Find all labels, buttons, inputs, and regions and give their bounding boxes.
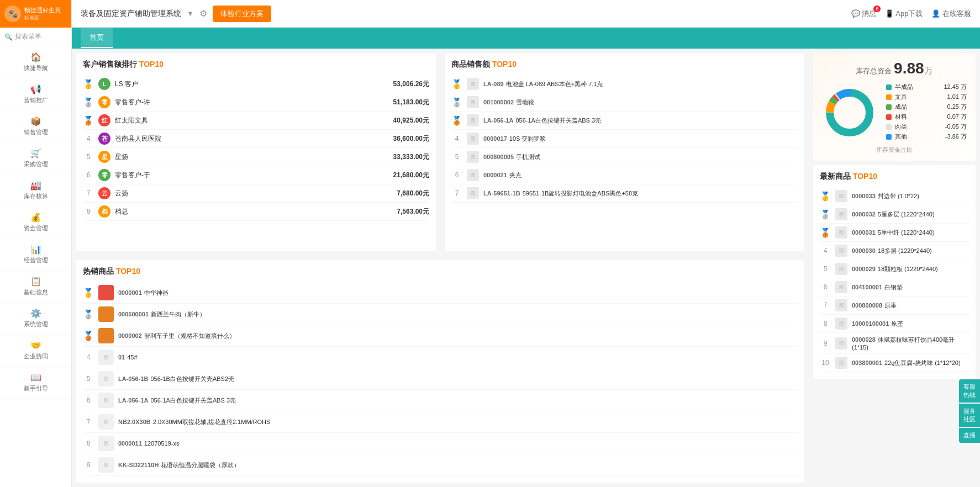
try-button[interactable]: 体验行业方案	[213, 6, 271, 22]
product-name: LA-59651-1B59651-1B旋转投影灯电池盒ABS黑色+58克	[483, 189, 798, 198]
sidebar: 🐾 畅捷通好生意 标准版 🔍 搜索菜单 🏠 快捷导航 📢 营销推广 📦 销售管理…	[0, 0, 72, 487]
legend-label: 其他	[895, 133, 942, 141]
inventory-panel: 库存总资金 9.88万	[813, 53, 976, 161]
sidebar-item-base[interactable]: 📋 基础信息	[0, 271, 71, 303]
hot-product-info: LA-056-1B056-1B白色按键开关壳ABS2壳	[118, 375, 798, 383]
customer-rank-row: 4 苍 苍南县人民医院 36,600.00元	[83, 130, 429, 148]
customer-rank-panel: 客户销售额排行 TOP10 🥇 L LS 客户 53,006.26元 🥈 零 零…	[76, 53, 436, 251]
inventory-legend: 半成品 12.45 万 文具 1.01 万 成品 0.25 万 材料 0.07 …	[886, 83, 967, 142]
rank-number: 7	[83, 189, 94, 197]
customer-rank-highlight: TOP10	[139, 60, 164, 68]
legend-item: 肉类 -0.05 万	[886, 123, 967, 131]
rank-number: 5	[820, 265, 831, 273]
rank-number: 6	[820, 283, 831, 291]
float-service-btn[interactable]: 客服热线	[959, 379, 980, 403]
legend-color	[886, 114, 892, 120]
product-thumb: 图	[835, 357, 847, 369]
product-thumb: 图	[835, 226, 847, 239]
product-rank-row: 5 图 000800005手机测试	[451, 148, 798, 166]
dropdown-icon[interactable]: ▼	[187, 9, 194, 18]
medal-icon: 🥈	[83, 97, 94, 108]
customer-amount: 33,333.00元	[393, 152, 429, 162]
customer-rank-title: 客户销售额排行 TOP10	[83, 60, 429, 70]
sidebar-item-operations[interactable]: 📊 经营管理	[0, 239, 71, 271]
customer-name: 零售客户-于	[115, 171, 389, 180]
newest-products-panel: 最新商品 TOP10 🥇 图 0000033封边带 (1.0*22) 🥈 图 0…	[813, 165, 976, 379]
sidebar-item-label: 经营管理	[24, 256, 48, 264]
float-community-btn[interactable]: 服务社区	[959, 404, 980, 427]
customer-amount: 36,600.00元	[393, 134, 429, 144]
sidebar-logo: 🐾 畅捷通好生意 标准版	[0, 0, 71, 28]
rank-number: 7	[451, 189, 462, 197]
product-thumb: 图	[835, 317, 847, 330]
hot-product-row: 6 图 LA-056-1A056-1A白色按键开关盖ABS 3壳	[83, 390, 798, 411]
logo-sub: 标准版	[24, 14, 61, 22]
newest-product-info: 0000033封边带 (1.0*22)	[852, 192, 969, 200]
product-rank-title: 商品销售额 TOP10	[451, 60, 798, 70]
sidebar-item-label: 资金管理	[24, 224, 48, 232]
rank-number: 8	[83, 440, 94, 447]
rank-number: 5	[83, 153, 94, 161]
system-icon: ⚙️	[30, 308, 41, 319]
sidebar-item-sales[interactable]: 📦 销售管理	[0, 110, 71, 142]
product-thumb: 图	[467, 169, 479, 181]
legend-color	[886, 134, 892, 140]
sidebar-item-collab[interactable]: 🤝 企业协同	[0, 335, 71, 367]
rank-number: 7	[820, 301, 831, 309]
donut-svg	[822, 85, 877, 140]
product-name: 001000002雪地靴	[483, 98, 798, 107]
marketing-icon: 📢	[30, 84, 41, 94]
customer-badge: 零	[98, 96, 110, 108]
customer-amount: 51,183.00元	[393, 98, 429, 107]
hot-products-panel: 热销商品 TOP10 🥇 0000001中华神器 🥈 000500001新西兰牛…	[76, 260, 804, 483]
sidebar-item-finance[interactable]: 💰 资金管理	[0, 207, 71, 239]
customer-name: LS 客户	[115, 80, 389, 89]
sidebar-item-guide[interactable]: 📖 新手引导	[0, 367, 71, 399]
customer-badge: L	[98, 78, 110, 90]
newest-product-row: 10 图 00380000122g鱼豆腐-烧烤味 (1*12*20)	[820, 354, 969, 372]
online-service-button[interactable]: 👤 在线客服	[931, 9, 971, 19]
hot-product-info: 0145#	[118, 354, 798, 361]
sidebar-search[interactable]: 🔍 搜索菜单	[0, 28, 71, 46]
tab-home[interactable]: 首页	[81, 28, 113, 48]
sidebar-item-quick[interactable]: 🏠 快捷导航	[0, 46, 71, 78]
legend-color	[886, 124, 892, 130]
newest-products-table: 🥇 图 0000033封边带 (1.0*22) 🥈 图 00000325厘多层 …	[820, 187, 969, 372]
rank-number: 6	[83, 396, 94, 404]
rank-number: 9	[83, 461, 94, 469]
inventory-icon: 🏭	[30, 180, 41, 190]
legend-item: 材料 0.07 万	[886, 113, 967, 121]
hot-product-info: 0000002智利车子里（规格不知道填什么）	[118, 332, 798, 340]
notification-button[interactable]: 💬 消息 6	[851, 9, 877, 19]
newest-product-row: 8 图 10000100001原垄	[820, 315, 969, 333]
legend-label: 半成品	[895, 83, 940, 91]
sidebar-item-label: 快捷导航	[24, 64, 48, 72]
sidebar-item-marketing[interactable]: 📢 营销推广	[0, 78, 71, 110]
newest-product-info: 004100001白钢垫	[852, 283, 969, 292]
hot-product-info: LA-056-1A056-1A白色按键开关盖ABS 3壳	[118, 396, 798, 405]
hot-product-info: 000500001新西兰牛肉（新牛）	[118, 310, 798, 319]
legend-value: -3.86 万	[945, 133, 967, 141]
app-download-button[interactable]: 📱 App下载	[885, 9, 923, 19]
product-image: 图	[98, 371, 114, 387]
gear-icon[interactable]: ⚙	[199, 8, 207, 19]
sidebar-item-inventory[interactable]: 🏭 库存核算	[0, 174, 71, 207]
medal-icon: 🥈	[451, 97, 462, 108]
hot-product-info: 0000001中华神器	[118, 289, 798, 297]
notification-icon: 💬	[851, 9, 860, 18]
legend-color	[886, 84, 892, 90]
sidebar-item-purchase[interactable]: 🛒 采购管理	[0, 142, 71, 174]
legend-value: -0.05 万	[945, 123, 967, 131]
customer-amount: 7,563.00元	[397, 207, 429, 216]
search-icon: 🔍	[4, 33, 13, 41]
sidebar-item-system[interactable]: ⚙️ 系统管理	[0, 303, 71, 335]
newest-product-row: 7 图 000800008原垂	[820, 297, 969, 315]
notif-badge: 6	[873, 6, 881, 12]
inventory-label: 库存总资金 9.88万	[822, 60, 967, 77]
medal-icon: 🥈	[820, 209, 831, 220]
home-icon: 🏠	[30, 52, 41, 62]
float-live-btn[interactable]: 直播	[959, 428, 980, 443]
product-image	[98, 306, 114, 322]
customer-name: 苍南县人民医院	[115, 134, 389, 144]
hot-products-title: 热销商品 TOP10	[83, 267, 798, 277]
